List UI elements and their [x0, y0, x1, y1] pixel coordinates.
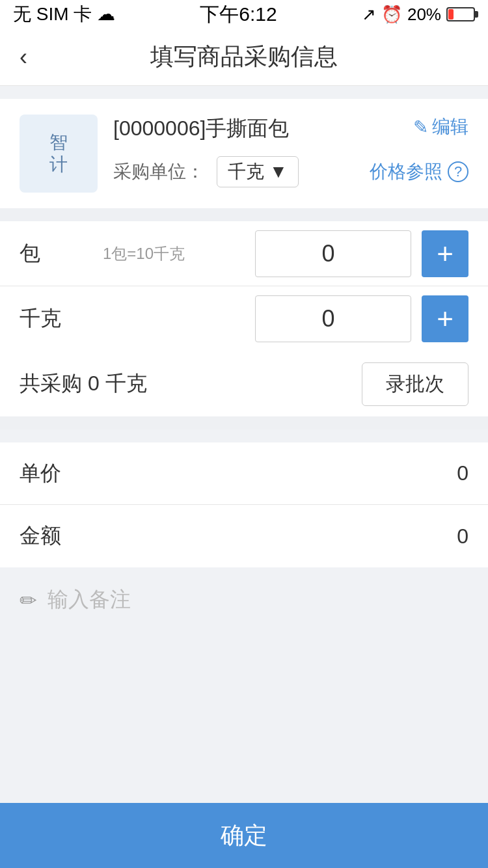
bag-sublabel: 1包=10千克 — [103, 243, 185, 264]
section-divider-2 — [0, 416, 488, 429]
product-name: [0000006]手撕面包 — [113, 115, 289, 143]
section-divider-1 — [0, 208, 488, 221]
kg-input-row: 千克 + — [0, 286, 488, 351]
bag-plus-button[interactable]: + — [422, 230, 468, 277]
status-time: 下午6:12 — [200, 1, 277, 28]
unit-price-row: 单价 0 — [0, 442, 488, 505]
battery-icon — [446, 7, 475, 21]
kg-label: 千克 — [20, 305, 98, 333]
bag-input-wrap: + — [185, 230, 468, 277]
location-icon: ↗ — [362, 5, 376, 25]
price-ref-button[interactable]: 价格参照 ? — [370, 159, 468, 184]
status-left: 无 SIM 卡 ☁ — [13, 2, 115, 27]
bag-input-row: 包 1包=10千克 + — [0, 221, 488, 286]
confirm-button[interactable]: 确定 — [221, 820, 267, 852]
input-section: 包 1包=10千克 + 千克 + — [0, 221, 488, 351]
sim-status: 无 SIM 卡 ☁ — [13, 2, 115, 27]
notes-section[interactable]: ✏ 输入备注 — [0, 567, 488, 802]
total-amount: 0 — [88, 372, 100, 395]
unit-label: 采购单位： — [113, 161, 204, 182]
record-batch-button[interactable]: 录批次 — [362, 362, 468, 406]
info-icon: ? — [448, 161, 468, 182]
product-card: 智 计 [0000006]手撕面包 ✎ 编辑 采购单位： 千克 ▼ 价格参照 — [0, 99, 488, 208]
product-unit-row: 采购单位： 千克 ▼ 价格参照 ? — [113, 156, 468, 187]
page-title: 填写商品采购信息 — [150, 41, 338, 73]
status-bar: 无 SIM 卡 ☁ 下午6:12 ↗ ⏰ 20% — [0, 0, 488, 29]
unit-select[interactable]: 千克 ▼ — [217, 156, 299, 187]
product-image: 智 计 — [20, 115, 98, 193]
product-info: [0000006]手撕面包 ✎ 编辑 采购单位： 千克 ▼ 价格参照 ? — [113, 115, 468, 187]
status-right: ↗ ⏰ 20% — [362, 5, 475, 25]
alarm-icon: ⏰ — [381, 5, 402, 25]
battery-fill — [448, 9, 454, 20]
unit-price-label: 单价 — [20, 459, 61, 488]
total-section: 共采购 0 千克 录批次 — [0, 351, 488, 416]
detail-section: 单价 0 金额 0 — [0, 442, 488, 567]
unit-selector-wrap: 采购单位： 千克 ▼ — [113, 156, 299, 187]
notes-placeholder: 输入备注 — [47, 586, 131, 614]
bag-label: 包 — [20, 239, 98, 268]
dropdown-icon: ▼ — [269, 161, 288, 182]
edit-button[interactable]: ✎ 编辑 — [413, 115, 468, 139]
pencil-icon: ✏ — [20, 588, 37, 613]
amount-value: 0 — [457, 524, 468, 549]
kg-input[interactable] — [255, 295, 411, 342]
product-logo: 智 计 — [49, 131, 68, 175]
nav-bar: ‹ 填写商品采购信息 — [0, 29, 488, 86]
unit-price-value: 0 — [457, 461, 468, 485]
amount-label: 金额 — [20, 522, 61, 550]
footer[interactable]: 确定 — [0, 803, 488, 868]
product-header: [0000006]手撕面包 ✎ 编辑 — [113, 115, 468, 143]
amount-row: 金额 0 — [0, 505, 488, 567]
edit-icon: ✎ — [413, 116, 428, 138]
kg-plus-button[interactable]: + — [422, 295, 468, 342]
bag-input[interactable] — [255, 230, 411, 277]
back-button[interactable]: ‹ — [20, 44, 27, 71]
total-text: 共采购 0 千克 — [20, 370, 147, 398]
battery-percent: 20% — [407, 5, 441, 25]
kg-input-wrap: + — [98, 295, 468, 342]
